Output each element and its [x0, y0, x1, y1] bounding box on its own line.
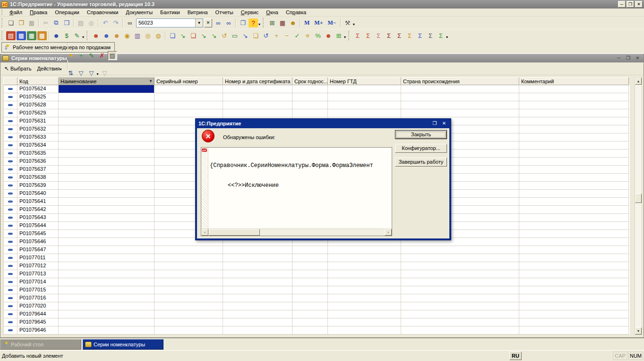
table-row[interactable]: P01079644 [3, 310, 630, 318]
cell-Код[interactable]: P01075629 [17, 109, 59, 117]
dialog-close-button[interactable]: ✕ [440, 120, 448, 127]
cell-Наименование[interactable] [59, 125, 155, 133]
cell-Комментарий[interactable] [519, 198, 629, 206]
cell-Наименование[interactable] [59, 230, 155, 238]
cell-Серийный номер[interactable] [155, 302, 223, 310]
menu-Файл[interactable]: Файл [6, 9, 26, 16]
cell-Номер ГТД[interactable] [328, 93, 401, 101]
cell-Номер ГТД[interactable] [328, 109, 401, 117]
cell-Код[interactable]: P01075641 [17, 198, 59, 206]
menu-Сервис[interactable]: Сервис [237, 9, 263, 16]
cell-Страна происхождения[interactable] [401, 109, 519, 117]
cell-Код[interactable]: P01077013 [17, 270, 59, 278]
cell-Срок годнос...[interactable] [292, 278, 328, 286]
cell-Наименование[interactable] [59, 117, 155, 125]
clear-search-button[interactable]: ✕ [204, 18, 212, 27]
cell-Наименование[interactable] [59, 278, 155, 286]
cell-Код[interactable]: P01075632 [17, 125, 59, 133]
open-configurator-button[interactable]: Конфигуратор... [395, 144, 447, 153]
cell-Номер и дата сертификата[interactable] [223, 93, 292, 101]
cell-Наименование[interactable] [59, 310, 155, 318]
doc-percent-icon[interactable]: % [313, 31, 323, 40]
fiscal-printer-icon[interactable]: ▦ [37, 31, 47, 40]
cell-Номер ГТД[interactable] [328, 310, 401, 318]
cell-Серийный номер[interactable] [155, 101, 223, 109]
cell-Наименование[interactable] [59, 294, 155, 302]
set-deletion-mark-icon[interactable]: ✗ [97, 51, 107, 60]
report-sigma-blue-icon[interactable]: Σ [415, 31, 425, 40]
search-combo-value[interactable]: 56023 [137, 20, 195, 26]
cell-Наименование[interactable] [59, 214, 155, 222]
org-structure-icon[interactable]: ⊞ [334, 31, 343, 40]
add-new-icon[interactable]: ✦ [66, 51, 76, 60]
report-sigma-flag-icon[interactable]: Σ [384, 31, 394, 40]
table-row[interactable]: P01077020 [3, 302, 630, 310]
calendar-icon[interactable]: ▦ [278, 18, 287, 27]
cell-Код[interactable]: P01075639 [17, 182, 59, 190]
cell-Номер и дата сертификата[interactable] [223, 310, 292, 318]
help-1c-icon[interactable]: ? [249, 18, 258, 27]
cell-Наименование[interactable] [59, 302, 155, 310]
cell-Код[interactable]: P01075645 [17, 230, 59, 238]
dialog-restore-button[interactable]: ❐ [431, 120, 438, 127]
column-header-Страна происхождения[interactable]: Страна происхождения [401, 77, 519, 85]
cell-Наименование[interactable] [59, 150, 155, 158]
cell-Код[interactable]: P01079644 [17, 310, 59, 318]
cell-Комментарий[interactable] [519, 158, 629, 166]
chevron-down-icon[interactable]: ▾ [258, 22, 260, 26]
cell-Наименование[interactable] [59, 174, 155, 182]
show-deleted-toggle-icon[interactable]: ▨ [108, 51, 117, 60]
menu-Отчеты[interactable]: Отчеты [212, 9, 237, 16]
menu-Операции[interactable]: Операции [51, 9, 83, 16]
cell-Наименование[interactable] [59, 93, 155, 101]
cell-Серийный номер[interactable] [155, 246, 223, 254]
cell-Наименование[interactable] [59, 166, 155, 174]
table-row[interactable]: P01077011 [3, 254, 630, 262]
cell-Номер ГТД[interactable] [328, 318, 401, 326]
table-row[interactable]: P01077016 [3, 294, 630, 302]
cell-Код[interactable]: P01075637 [17, 166, 59, 174]
hscrollbar-thumb[interactable] [209, 229, 260, 236]
cell-Комментарий[interactable] [519, 182, 629, 190]
report-sigma-red-icon[interactable]: Σ [353, 31, 362, 40]
cell-Наименование[interactable] [59, 85, 155, 93]
cell-Наименование[interactable] [59, 246, 155, 254]
cell-Номер и дата сертификата[interactable] [223, 286, 292, 294]
cell-Серийный номер[interactable] [155, 310, 223, 318]
report-sigma-list-icon[interactable]: Σ [426, 31, 435, 40]
cell-Номер ГТД[interactable] [328, 246, 401, 254]
invoice-customer-2-icon[interactable]: ❏ [189, 31, 198, 40]
table-row[interactable]: P01075625 [3, 93, 630, 101]
cell-Наименование[interactable] [59, 182, 155, 190]
open-icon[interactable]: ❐ [17, 18, 26, 27]
column-header-Наименование[interactable]: Наименование▼ [59, 77, 155, 85]
table-row[interactable]: P01075629 [3, 109, 630, 117]
cell-Наименование[interactable] [59, 286, 155, 294]
cell-Наименование[interactable] [59, 238, 155, 246]
cell-Комментарий[interactable] [519, 302, 629, 310]
cell-Комментарий[interactable] [519, 93, 629, 101]
cell-Комментарий[interactable] [519, 150, 629, 158]
report-sigma-orange-icon[interactable]: Σ [405, 31, 414, 40]
menu-Справка[interactable]: Справка [282, 9, 310, 16]
cell-Страна происхождения[interactable] [401, 302, 519, 310]
vertical-scrollbar[interactable]: ▲ ▼ [635, 77, 642, 335]
cell-Страна происхождения[interactable] [401, 262, 519, 270]
doc-exchange-icon[interactable]: ↺ [261, 31, 271, 40]
cell-Комментарий[interactable] [519, 286, 629, 294]
cell-Код[interactable]: P01075640 [17, 190, 59, 198]
mdi-close-button[interactable]: ✕ [634, 55, 642, 62]
cell-Комментарий[interactable] [519, 101, 629, 109]
cell-Наименование[interactable] [59, 222, 155, 230]
table-row[interactable]: P01079646 [3, 326, 630, 335]
archive-cabinet-icon[interactable]: ▤ [6, 31, 16, 40]
cell-Срок годнос...[interactable] [292, 101, 328, 109]
customer-order-blue-icon[interactable]: ☻ [102, 31, 111, 40]
cell-Комментарий[interactable] [519, 214, 629, 222]
table-row[interactable]: P01075628 [3, 101, 630, 109]
coins-list-icon[interactable]: ≡ [303, 31, 312, 40]
horizontal-scrollbar[interactable]: ‹ › [201, 229, 392, 236]
cell-Серийный номер[interactable] [155, 254, 223, 262]
cell-Комментарий[interactable] [519, 117, 629, 125]
coins-stack-icon[interactable]: ◍ [154, 31, 163, 40]
